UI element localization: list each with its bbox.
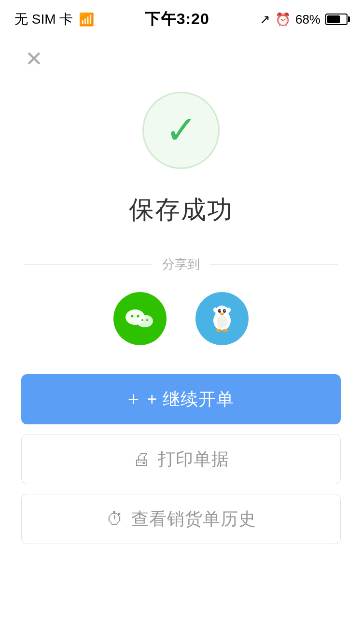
divider-row: 分享到	[0, 256, 362, 273]
history-button[interactable]: ⏱ 查看销货单历史	[21, 494, 341, 544]
battery-percent: 68%	[295, 12, 320, 27]
share-section: 分享到	[0, 256, 362, 345]
status-bar: 无 SIM 卡 📶 下午3:20 ↗ ⏰ 68%	[0, 0, 362, 39]
divider-left	[24, 264, 153, 265]
share-label: 分享到	[153, 256, 209, 273]
svg-point-9	[223, 309, 226, 313]
buttons-section: + + 继续开单 🖨 打印单据 ⏱ 查看销货单历史	[0, 374, 362, 544]
share-icons	[113, 292, 249, 345]
qq-share-button[interactable]	[195, 292, 249, 345]
battery-bar	[325, 14, 348, 25]
svg-point-2	[131, 315, 134, 318]
svg-point-13	[217, 315, 227, 328]
close-icon: ✕	[25, 48, 43, 70]
print-button[interactable]: 🖨 打印单据	[21, 434, 341, 484]
svg-point-11	[224, 310, 225, 311]
wechat-share-button[interactable]	[113, 292, 167, 345]
divider-right	[209, 264, 338, 265]
status-right: ↗ ⏰ 68%	[260, 12, 348, 27]
status-time: 下午3:20	[145, 9, 209, 30]
success-circle: ✓	[142, 92, 220, 169]
success-title: 保存成功	[129, 193, 233, 227]
history-button-label: 查看销货单历史	[131, 507, 256, 531]
checkmark-icon: ✓	[165, 111, 197, 150]
svg-point-8	[218, 309, 221, 313]
wechat-svg-icon	[123, 302, 157, 336]
alarm-icon: ⏰	[275, 12, 291, 27]
svg-point-12	[220, 313, 224, 315]
no-sim-label: 无 SIM 卡	[14, 10, 73, 28]
continue-button[interactable]: + + 继续开单	[21, 374, 341, 424]
svg-point-4	[141, 319, 143, 321]
svg-point-15	[223, 329, 228, 332]
print-button-label: 打印单据	[158, 448, 229, 471]
battery-fill	[327, 15, 340, 23]
printer-icon: 🖨	[133, 449, 150, 469]
svg-point-5	[146, 319, 148, 321]
continue-button-label: + 继续开单	[147, 388, 234, 411]
main-content: ✓ 保存成功 分享到	[0, 39, 362, 544]
clock-icon: ⏱	[106, 509, 124, 529]
svg-point-3	[137, 315, 139, 318]
battery-indicator	[325, 14, 348, 25]
wifi-icon: 📶	[79, 12, 94, 27]
close-button[interactable]: ✕	[19, 44, 48, 73]
qq-svg-icon	[207, 303, 237, 334]
svg-point-10	[220, 310, 221, 311]
svg-point-14	[216, 329, 222, 332]
plus-icon: +	[128, 389, 139, 410]
svg-point-17	[227, 308, 231, 312]
svg-point-16	[213, 308, 217, 312]
location-icon: ↗	[260, 12, 270, 27]
status-left: 无 SIM 卡 📶	[14, 10, 94, 28]
